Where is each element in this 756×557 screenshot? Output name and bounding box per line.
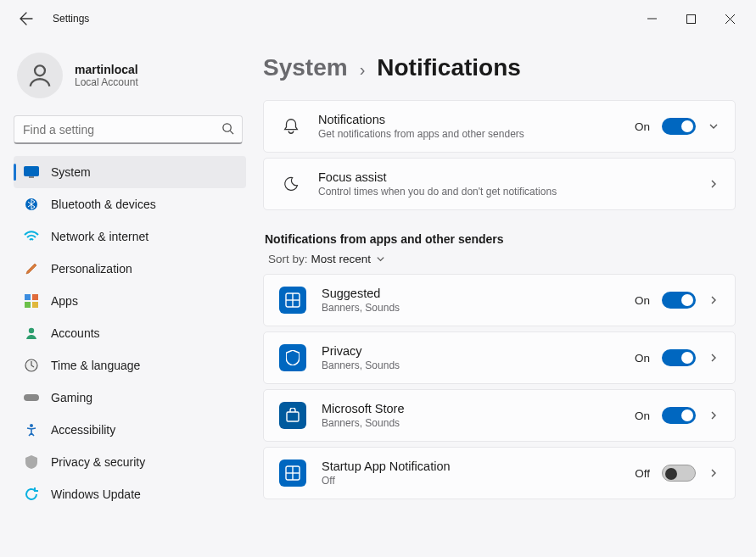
app-title: Startup App Notification (322, 460, 619, 473)
sidebar-item-time-language[interactable]: Time & language (14, 349, 246, 382)
update-icon (24, 487, 39, 501)
app-tile-icon (279, 287, 306, 314)
svg-rect-11 (32, 302, 38, 308)
chevron-down-icon (376, 254, 385, 264)
svg-rect-9 (32, 294, 38, 300)
sort-label: Sort by: (268, 253, 308, 265)
search-input[interactable] (14, 115, 243, 144)
nav-label: Windows Update (51, 487, 141, 501)
chevron-right-icon: › (360, 60, 366, 80)
paintbrush-icon (24, 262, 39, 276)
gamepad-icon (24, 393, 39, 403)
search-box (14, 115, 243, 144)
sidebar-item-accounts[interactable]: Accounts (14, 317, 246, 349)
svg-point-2 (35, 65, 45, 75)
app-toggle[interactable] (662, 292, 696, 309)
chevron-right-icon[interactable] (708, 295, 720, 305)
search-icon (221, 122, 234, 137)
sidebar-item-network[interactable]: Network & internet (14, 220, 246, 253)
svg-rect-14 (24, 394, 39, 401)
titlebar: Settings (0, 0, 756, 37)
user-account-type: Local Account (75, 76, 138, 88)
app-toggle[interactable] (662, 349, 696, 366)
main-content: System › Notifications Notifications Get… (255, 37, 756, 557)
display-icon (24, 166, 39, 178)
maximize-button[interactable] (671, 4, 710, 33)
app-toggle[interactable] (662, 465, 696, 482)
app-toggle[interactable] (662, 407, 696, 424)
breadcrumb-parent[interactable]: System (263, 54, 348, 81)
sidebar-item-windows-update[interactable]: Windows Update (14, 478, 246, 510)
back-button[interactable] (12, 4, 41, 33)
notifications-row[interactable]: Notifications Get notifications from app… (263, 100, 736, 153)
accessibility-icon (24, 423, 39, 437)
breadcrumb: System › Notifications (263, 46, 736, 100)
card-subtitle: Get notifications from apps and other se… (318, 128, 619, 140)
store-tile-icon (279, 402, 306, 429)
chevron-right-icon[interactable] (708, 410, 720, 421)
svg-rect-5 (25, 167, 39, 176)
sidebar-item-personalization[interactable]: Personalization (14, 253, 246, 285)
nav-label: Bluetooth & devices (51, 198, 156, 211)
user-profile[interactable]: martinlocal Local Account (14, 42, 246, 114)
svg-point-15 (30, 424, 33, 427)
nav-label: Time & language (51, 359, 140, 372)
app-notification-row-microsoft-store[interactable]: Microsoft Store Banners, Sounds On (263, 389, 736, 442)
app-title: Privacy (322, 344, 619, 358)
user-name: martinlocal (75, 63, 138, 76)
toggle-state-label: On (635, 409, 650, 422)
moon-icon (279, 175, 303, 192)
wifi-icon (24, 231, 39, 242)
nav-label: Apps (51, 294, 78, 308)
sidebar-item-gaming[interactable]: Gaming (14, 382, 246, 414)
card-title: Notifications (318, 113, 619, 126)
chevron-right-icon[interactable] (708, 179, 720, 189)
chevron-right-icon[interactable] (708, 353, 720, 363)
sidebar-item-accessibility[interactable]: Accessibility (14, 414, 246, 446)
notifications-toggle[interactable] (662, 118, 696, 135)
toggle-state-label: On (635, 120, 650, 133)
chevron-right-icon[interactable] (708, 468, 720, 478)
app-sub: Banners, Sounds (322, 417, 619, 429)
nav-list: System Bluetooth & devices Network & int… (14, 156, 246, 510)
sidebar-item-bluetooth[interactable]: Bluetooth & devices (14, 188, 246, 220)
app-notification-row-startup[interactable]: Startup App Notification Off Off (263, 447, 736, 499)
card-title: Focus assist (318, 170, 692, 184)
focus-assist-row[interactable]: Focus assist Control times when you do a… (263, 158, 736, 210)
app-sub: Off (322, 475, 619, 487)
toggle-state-label: Off (635, 467, 650, 480)
svg-rect-8 (25, 294, 31, 300)
close-icon (725, 14, 735, 24)
nav-label: Accessibility (51, 423, 115, 437)
app-title: Microsoft Store (322, 402, 619, 415)
window-title: Settings (53, 13, 89, 25)
chevron-down-icon[interactable] (708, 121, 720, 131)
app-sub: Banners, Sounds (322, 359, 619, 371)
breadcrumb-current: Notifications (377, 54, 521, 81)
svg-rect-1 (686, 14, 695, 23)
account-icon (24, 326, 39, 340)
sort-dropdown[interactable]: Most recent (311, 253, 386, 265)
person-icon (25, 61, 54, 90)
app-sub: Banners, Sounds (322, 302, 619, 314)
app-tile-icon (279, 460, 306, 487)
toggle-state-label: On (635, 294, 650, 307)
app-notification-row-privacy[interactable]: Privacy Banners, Sounds On (263, 331, 736, 384)
app-notification-row-suggested[interactable]: Suggested Banners, Sounds On (263, 274, 736, 326)
nav-label: Personalization (51, 262, 132, 276)
minimize-icon (647, 14, 657, 24)
shield-tile-icon (279, 344, 306, 371)
nav-label: Privacy & security (51, 455, 145, 469)
shield-icon (24, 455, 39, 469)
sidebar-item-privacy-security[interactable]: Privacy & security (14, 446, 246, 478)
nav-label: Network & internet (51, 230, 148, 243)
close-button[interactable] (710, 4, 749, 33)
sidebar-item-apps[interactable]: Apps (14, 285, 246, 317)
svg-rect-19 (287, 412, 299, 421)
minimize-button[interactable] (632, 4, 671, 33)
apps-icon (24, 294, 39, 308)
nav-label: Accounts (51, 326, 100, 340)
card-subtitle: Control times when you do and don't get … (318, 186, 692, 198)
sidebar-item-system[interactable]: System (14, 156, 246, 188)
back-arrow-icon (20, 12, 33, 25)
